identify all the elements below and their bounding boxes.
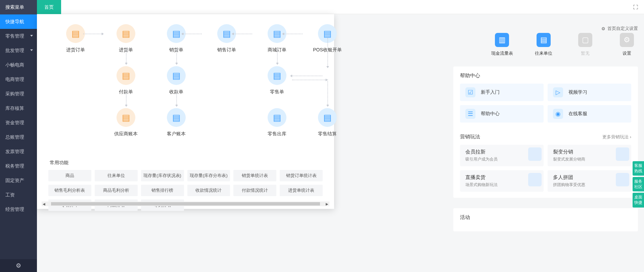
- flow-node[interactable]: ▤供应商账本: [101, 108, 151, 137]
- fullscreen-icon[interactable]: [629, 1, 642, 13]
- sidebar-item[interactable]: 资金管理: [0, 116, 37, 130]
- flow-node[interactable]: ▤零售结算: [302, 108, 353, 137]
- help-title: 帮助中心: [460, 73, 631, 79]
- sidebar-item[interactable]: 库存核算: [0, 101, 37, 116]
- sidebar-item[interactable]: 经营管理: [0, 202, 37, 217]
- marketing-card-sub: 裂变式发展分销商: [553, 156, 626, 162]
- marketing-card[interactable]: 直播卖货场景式购物新玩法: [460, 170, 544, 192]
- sidebar-search[interactable]: 搜索菜单: [0, 0, 37, 14]
- marketing-card-sub: 吸引用户成为会员: [465, 156, 538, 162]
- help-card[interactable]: ▷视频学习: [548, 84, 631, 101]
- flow-icon: ▤: [117, 24, 135, 43]
- help-card[interactable]: ☑新手入门: [460, 84, 544, 101]
- help-card[interactable]: ◉在线客服: [548, 105, 631, 123]
- common-function-button[interactable]: 收款情况统计: [187, 185, 230, 196]
- flow-node[interactable]: ▤零售单: [252, 66, 302, 95]
- sidebar-item[interactable]: 税务管理: [0, 159, 37, 173]
- sidebar-item[interactable]: 快捷导航: [0, 14, 37, 29]
- flow-icon: ▤: [268, 66, 286, 85]
- flow-label: 零售结算: [302, 131, 353, 137]
- common-function-button[interactable]: 商品毛利分析: [95, 185, 138, 196]
- shortcut-row: ▥现金流量表▤往来单位▢暂无⚙设置: [453, 33, 638, 56]
- flow-icon: ▤: [268, 108, 286, 127]
- marketing-card[interactable]: 裂变分销裂变式发展分销商: [548, 145, 631, 166]
- sidebar-item[interactable]: 固定资产: [0, 173, 37, 188]
- flow-icon: ▤: [117, 66, 135, 85]
- marketing-more[interactable]: 更多营销玩法 ›: [602, 134, 631, 140]
- flow-node[interactable]: ▤客户账本: [151, 108, 201, 137]
- common-functions-title: 常用功能: [50, 160, 327, 166]
- common-function-button[interactable]: 销售毛利分析表: [48, 185, 91, 196]
- marketing-title: 营销玩法 更多营销玩法 ›: [460, 134, 631, 140]
- sidebar-item[interactable]: 批发管理: [0, 43, 37, 58]
- shortcut[interactable]: ▤往来单位: [533, 33, 555, 56]
- common-function-button[interactable]: 现存量(库存分布表): [187, 170, 230, 181]
- tab-bar: 首页: [37, 0, 644, 14]
- shortcut[interactable]: ▢暂无: [574, 33, 596, 56]
- shortcut[interactable]: ⚙设置: [616, 33, 638, 56]
- flow-label: 零售单: [252, 89, 302, 95]
- flow-label: 销售订单: [201, 47, 252, 53]
- sidebar-item[interactable]: 小畅电商: [0, 58, 37, 72]
- common-function-button[interactable]: 往来单位: [95, 170, 138, 181]
- shortcut-icon: ▢: [578, 33, 592, 47]
- floating-button[interactable]: 客服热线: [633, 161, 644, 176]
- flow-icon: ▤: [167, 108, 186, 127]
- home-custom-settings[interactable]: ⚙ 首页自定义设置: [601, 26, 638, 32]
- sidebar-item[interactable]: 电商管理: [0, 72, 37, 87]
- sidebar-item[interactable]: 总账管理: [0, 130, 37, 144]
- sidebar-item[interactable]: 采购管理: [0, 87, 37, 101]
- gear-icon: ⚙: [601, 26, 605, 31]
- sidebar-item[interactable]: 发票管理: [0, 144, 37, 159]
- help-label: 帮助中心: [481, 111, 500, 117]
- help-icon: ☰: [465, 109, 475, 119]
- marketing-card[interactable]: 多人拼团拼团购物享受优惠: [548, 170, 631, 192]
- chevron-down-icon: [30, 49, 33, 51]
- help-label: 视频学习: [568, 89, 587, 95]
- scrollbar-thumb[interactable]: [51, 202, 320, 206]
- common-function-button[interactable]: 进货单统计表: [280, 185, 323, 196]
- shortcut-label: 现金流量表: [491, 50, 513, 56]
- marketing-card-title: 直播卖货: [465, 174, 538, 181]
- sidebar-item[interactable]: 工资: [0, 188, 37, 202]
- horizontal-scrollbar[interactable]: ◀ ▶: [42, 201, 329, 206]
- common-function-button[interactable]: 销货单统计表: [233, 170, 276, 181]
- settings-gear-icon[interactable]: ⚙: [0, 259, 37, 272]
- shortcut[interactable]: ▥现金流量表: [491, 33, 513, 56]
- marketing-card-title: 裂变分销: [553, 149, 626, 155]
- scroll-left-icon[interactable]: ◀: [42, 202, 46, 206]
- shortcut-label: 设置: [616, 50, 638, 56]
- sidebar-item[interactable]: 零售管理: [0, 29, 37, 43]
- flow-node[interactable]: ▤进货订单: [50, 24, 101, 53]
- sidebar: 搜索菜单 快捷导航零售管理批发管理小畅电商电商管理采购管理库存核算资金管理总账管…: [0, 0, 37, 272]
- marketing-card-title: 会员拉新: [465, 149, 538, 155]
- help-icon: ◉: [553, 109, 563, 119]
- marketing-card-title: 多人拼团: [553, 174, 626, 181]
- flow-label: 客户账本: [151, 131, 201, 137]
- floating-buttons: 客服热线服务社区桌面快捷: [633, 161, 644, 209]
- help-panel: 帮助中心 ☑新手入门▷视频学习☰帮助中心◉在线客服: [453, 66, 638, 129]
- common-function-button[interactable]: 销货订单统计表: [280, 170, 323, 181]
- flow-icon: ▤: [117, 108, 135, 127]
- tab-home[interactable]: 首页: [37, 0, 61, 14]
- help-label: 在线客服: [568, 111, 587, 117]
- scroll-right-icon[interactable]: ▶: [325, 202, 329, 206]
- marketing-card[interactable]: 会员拉新吸引用户成为会员: [460, 145, 544, 166]
- activity-title: 活动: [460, 214, 631, 221]
- shortcut-icon: ▥: [495, 33, 509, 47]
- floating-button[interactable]: 桌面快捷: [633, 193, 644, 207]
- help-card[interactable]: ☰帮助中心: [460, 105, 544, 123]
- common-function-button[interactable]: 销售排行榜: [141, 185, 184, 196]
- marketing-panel: 营销玩法 更多营销玩法 › 会员拉新吸引用户成为会员裂变分销裂变式发展分销商直播…: [453, 128, 638, 198]
- help-label: 新手入门: [481, 89, 500, 95]
- flow-node[interactable]: ▤零售出库: [252, 108, 302, 137]
- flow-label: 进货订单: [50, 47, 101, 53]
- common-function-button[interactable]: 现存量(库存状况表): [141, 170, 184, 181]
- flow-node[interactable]: ▤销售订单: [201, 24, 252, 53]
- activity-panel: 活动: [453, 208, 638, 231]
- floating-button[interactable]: 服务社区: [633, 177, 644, 191]
- common-function-button[interactable]: 商品: [48, 170, 91, 181]
- flow-icon: ▤: [318, 108, 337, 127]
- shortcut-icon: ▤: [537, 33, 551, 47]
- common-function-button[interactable]: 付款情况统计: [233, 185, 276, 196]
